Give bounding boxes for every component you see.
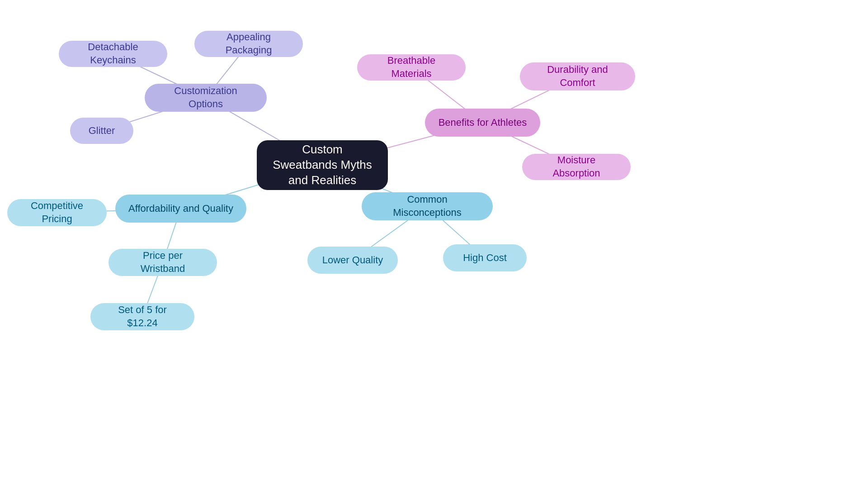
detachable-keychains-label: Detachable Keychains [71,41,155,67]
common-misconceptions-node: Common Misconceptions [362,192,493,220]
moisture-absorption-node: Moisture Absorption [522,154,631,180]
breathable-materials-node: Breathable Materials [357,54,466,81]
competitive-pricing-label: Competitive Pricing [20,200,94,225]
glitter-label: Glitter [89,124,115,138]
affordability-quality-label: Affordability and Quality [128,202,233,215]
affordability-quality-node: Affordability and Quality [115,195,246,223]
lower-quality-label: Lower Quality [322,254,383,267]
common-misconceptions-label: Common Misconceptions [374,193,480,219]
detachable-keychains-node: Detachable Keychains [59,41,167,67]
competitive-pricing-node: Competitive Pricing [7,199,107,226]
set-of-5-node: Set of 5 for $12.24 [90,303,194,330]
set-of-5-label: Set of 5 for $12.24 [103,304,182,329]
durability-comfort-label: Durability and Comfort [533,63,623,89]
appealing-packaging-label: Appealing Packaging [207,31,290,57]
price-per-wristband-label: Price per Wristband [121,249,204,275]
moisture-absorption-label: Moisture Absorption [535,154,618,180]
glitter-node: Glitter [70,118,133,144]
price-per-wristband-node: Price per Wristband [108,249,217,276]
high-cost-node: High Cost [443,244,527,271]
center-node: Custom Sweatbands Myths and Realities [257,140,388,190]
center-label: Custom Sweatbands Myths and Realities [269,142,375,188]
breathable-materials-label: Breathable Materials [370,54,453,80]
appealing-packaging-node: Appealing Packaging [194,31,303,57]
high-cost-label: High Cost [463,252,507,265]
benefits-for-athletes-label: Benefits for Athletes [439,116,527,129]
benefits-for-athletes-node: Benefits for Athletes [425,109,540,137]
durability-comfort-node: Durability and Comfort [520,62,635,90]
lower-quality-node: Lower Quality [307,247,398,274]
customization-options-label: Customization Options [157,85,254,110]
customization-options-node: Customization Options [145,84,267,112]
